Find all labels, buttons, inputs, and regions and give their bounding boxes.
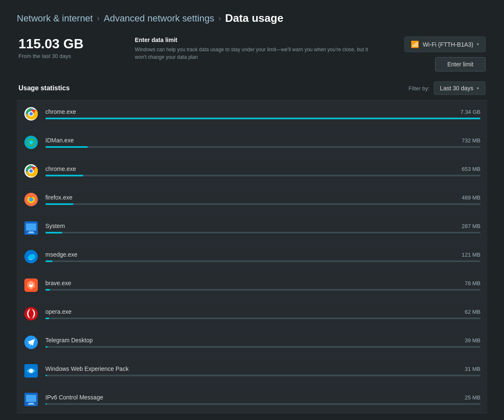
usage-row: brave.exe 78 MB — [17, 271, 487, 299]
progress-bar-bg — [45, 346, 480, 348]
enter-limit-button[interactable]: Enter limit — [435, 57, 486, 71]
app-name-row: msedge.exe 121 MB — [45, 251, 480, 258]
wifi-selector[interactable]: 📶 Wi-Fi (FTTH-B1A3) ▾ — [404, 37, 486, 52]
breadcrumb-sep1: › — [97, 14, 100, 23]
filter-by: Filter by: Last 30 days ▾ — [409, 81, 486, 95]
data-limit-desc: Windows can help you track data usage to… — [135, 46, 370, 61]
app-name-row: opera.exe 62 MB — [45, 308, 480, 315]
app-icon — [24, 106, 39, 121]
app-usage: 732 MB — [462, 137, 480, 144]
progress-bar-bg — [45, 118, 480, 119]
progress-bar-fill — [45, 203, 74, 205]
app-icon — [24, 392, 39, 407]
app-info: IPv6 Control Message 25 MB — [45, 394, 480, 405]
app-info: msedge.exe 121 MB — [45, 251, 480, 262]
usage-row: IPv6 Control Message 25 MB — [17, 386, 487, 413]
app-usage: 653 MB — [462, 166, 480, 172]
filter-label: Filter by: — [409, 85, 430, 92]
svg-point-13 — [29, 197, 33, 202]
usage-row: chrome.exe 653 MB — [17, 157, 487, 185]
app-icon — [24, 363, 39, 378]
svg-point-10 — [29, 169, 33, 173]
breadcrumb-parent[interactable]: Network & internet — [17, 13, 93, 24]
app-name: firefox.exe — [45, 194, 73, 201]
app-usage: 62 MB — [465, 309, 480, 315]
app-info: Telegram Desktop 39 MB — [45, 337, 480, 348]
usage-row: firefox.exe 489 MB — [17, 186, 487, 213]
app-name-row: chrome.exe 653 MB — [45, 165, 480, 172]
app-name-row: Windows Web Experience Pack 31 MB — [45, 365, 480, 372]
app-icon — [24, 306, 39, 321]
app-name-row: chrome.exe 7.34 GB — [45, 108, 480, 115]
svg-rect-29 — [29, 403, 34, 404]
app-usage: 39 MB — [465, 337, 480, 344]
svg-point-6 — [29, 141, 33, 144]
usage-row: Windows Web Experience Pack 31 MB — [17, 357, 487, 385]
app-name-row: IPv6 Control Message 25 MB — [45, 394, 480, 401]
app-name: IDMan.exe — [45, 137, 74, 144]
svg-rect-17 — [27, 233, 35, 234]
filter-chevron-icon: ▾ — [477, 86, 479, 91]
app-name: Windows Web Experience Pack — [45, 365, 129, 372]
progress-bar-fill — [45, 146, 88, 148]
app-name: brave.exe — [45, 280, 71, 286]
svg-point-3 — [29, 112, 33, 116]
progress-bar-fill — [45, 375, 47, 376]
progress-bar-fill — [45, 260, 52, 262]
breadcrumb-sep2: › — [218, 14, 221, 23]
app-icon — [24, 192, 39, 207]
app-icon — [24, 163, 39, 178]
app-info: System 287 MB — [45, 223, 480, 234]
progress-bar-fill — [45, 232, 62, 234]
svg-rect-15 — [26, 223, 36, 231]
usage-row: msedge.exe 121 MB — [17, 243, 487, 270]
app-name-row: brave.exe 78 MB — [45, 280, 480, 286]
svg-rect-16 — [29, 231, 34, 233]
chevron-down-icon: ▾ — [477, 42, 479, 47]
app-usage: 287 MB — [462, 223, 480, 229]
breadcrumb-middle[interactable]: Advanced network settings — [104, 13, 214, 24]
usage-list: chrome.exe 7.34 GB IDMan.exe 732 MB — [17, 100, 487, 414]
progress-bar-fill — [45, 175, 83, 176]
svg-rect-30 — [27, 404, 35, 405]
app-usage: 121 MB — [462, 252, 480, 258]
app-info: chrome.exe 653 MB — [45, 165, 480, 176]
data-total-amount: 115.03 GB — [18, 37, 84, 51]
app-name-row: firefox.exe 489 MB — [45, 194, 480, 201]
app-name-row: IDMan.exe 732 MB — [45, 137, 480, 144]
filter-selected: Last 30 days — [440, 85, 473, 92]
filter-dropdown[interactable]: Last 30 days ▾ — [434, 81, 486, 95]
app-name: msedge.exe — [45, 251, 77, 258]
app-icon — [24, 335, 39, 350]
top-section: 115.03 GB From the last 30 days Enter da… — [17, 37, 487, 71]
app-icon — [24, 278, 39, 293]
progress-bar-bg — [45, 289, 480, 291]
progress-bar-bg — [45, 203, 480, 205]
filter-section: Usage statistics Filter by: Last 30 days… — [17, 81, 487, 95]
app-usage: 78 MB — [465, 280, 480, 286]
app-usage: 31 MB — [465, 366, 480, 372]
app-info: IDMan.exe 732 MB — [45, 137, 480, 148]
app-name: System — [45, 223, 65, 229]
progress-bar-fill — [45, 118, 480, 119]
svg-point-26 — [29, 369, 33, 373]
progress-bar-fill — [45, 318, 49, 319]
progress-bar-bg — [45, 260, 480, 262]
usage-row: opera.exe 62 MB — [17, 300, 487, 328]
app-name: chrome.exe — [45, 108, 76, 115]
progress-bar-bg — [45, 232, 480, 234]
usage-row: chrome.exe 7.34 GB — [17, 100, 487, 128]
app-name-row: Telegram Desktop 39 MB — [45, 337, 480, 344]
app-info: opera.exe 62 MB — [45, 308, 480, 319]
progress-bar-bg — [45, 175, 480, 176]
data-limit-title: Enter data limit — [135, 37, 370, 43]
breadcrumb-current: Data usage — [225, 12, 284, 25]
progress-bar-bg — [45, 375, 480, 376]
app-name: chrome.exe — [45, 165, 76, 172]
app-icon — [24, 220, 39, 236]
top-right: 📶 Wi-Fi (FTTH-B1A3) ▾ Enter limit — [404, 37, 486, 71]
breadcrumb: Network & internet › Advanced network se… — [17, 12, 487, 25]
progress-bar-fill — [45, 346, 47, 348]
app-info: chrome.exe 7.34 GB — [45, 108, 480, 119]
app-usage: 25 MB — [465, 394, 480, 401]
